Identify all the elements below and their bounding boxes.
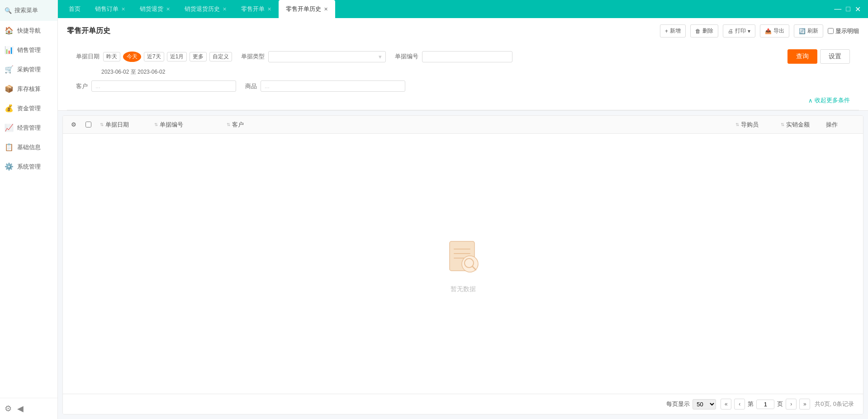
date-filter-label: 单据日期 (76, 52, 100, 61)
sidebar-item-operations[interactable]: 📈 经营管理 (0, 118, 57, 137)
th-amount[interactable]: ⇅ 实销金额 (777, 121, 822, 129)
add-icon: + (665, 28, 668, 34)
sidebar-item-sales-mgmt[interactable]: 📊 销售管理 (0, 40, 57, 60)
th-customer[interactable]: ⇅ 客户 (223, 121, 732, 129)
tab-sales-return-label: 销货退货 (140, 5, 163, 13)
page-title: 零售开单历史 (67, 26, 110, 36)
tab-retail-history-close[interactable]: ✕ (324, 6, 328, 12)
sidebar-item-system[interactable]: ⚙️ 系统管理 (0, 157, 57, 176)
sort-icon-no: ⇅ (154, 122, 158, 127)
sidebar-item-label: 采购管理 (17, 66, 41, 74)
settings-bottom-icon[interactable]: ⚙ (5, 404, 12, 414)
last7days-btn[interactable]: 近7天 (144, 52, 164, 61)
print-button[interactable]: 🖨 打印 ▾ (723, 24, 755, 38)
tabbar-close-icon[interactable]: ✕ (855, 5, 861, 14)
display-detail-label: 显示明细 (835, 27, 859, 35)
display-detail-toggle[interactable]: 显示明细 (828, 27, 859, 35)
tab-sales-order-close[interactable]: ✕ (121, 6, 125, 12)
custom-btn[interactable]: 自定义 (209, 52, 232, 61)
collapse-sidebar-icon[interactable]: ◀ (17, 404, 24, 414)
first-page-btn[interactable]: « (721, 399, 731, 410)
last-page-btn[interactable]: » (799, 399, 810, 410)
tab-sales-order[interactable]: 销售订单 ✕ (88, 0, 133, 18)
no-input[interactable] (422, 51, 512, 62)
sidebar-item-quick-nav[interactable]: 🏠 快捷导航 (0, 21, 57, 40)
finance-icon: 💰 (5, 104, 14, 113)
delete-button[interactable]: 🗑 删除 (690, 24, 718, 38)
th-no[interactable]: ⇅ 单据编号 (151, 121, 223, 129)
more-btn[interactable]: 更多 (190, 52, 207, 61)
export-icon: 📤 (765, 28, 772, 34)
sidebar-search[interactable]: 🔍 搜索菜单 (0, 0, 57, 21)
filter-row-3: 客户 ... 商品 ... (76, 80, 850, 92)
filter-no-item: 单据编号 (395, 51, 512, 62)
sidebar-item-basic-info[interactable]: 📋 基础信息 (0, 137, 57, 157)
date-range-display: 2023-06-02 至 2023-06-02 (101, 68, 165, 76)
next-page-btn[interactable]: › (786, 399, 797, 410)
goods-select[interactable]: ... (261, 80, 405, 92)
th-date[interactable]: ⇅ 单据日期 (96, 121, 151, 129)
table-area: ⚙ ⇅ 单据日期 ⇅ 单据编号 ⇅ 客户 ⇅ (62, 115, 863, 414)
page-input[interactable] (756, 400, 774, 409)
sidebar: 🔍 搜索菜单 🏠 快捷导航 📊 销售管理 🛒 采购管理 📦 库存核算 💰 资金管… (0, 0, 58, 419)
sidebar-item-purchase-mgmt[interactable]: 🛒 采购管理 (0, 60, 57, 79)
th-settings[interactable]: ⚙ (67, 121, 82, 128)
sidebar-item-label: 销售管理 (17, 46, 41, 54)
print-icon: 🖨 (728, 28, 733, 34)
print-dropdown-icon: ▾ (748, 28, 750, 34)
page-header: 零售开单历史 + 新增 🗑 删除 🖨 打印 ▾ (58, 18, 868, 111)
search-icon: 🔍 (5, 7, 12, 14)
yesterday-btn[interactable]: 昨天 (103, 52, 120, 61)
customer-select[interactable]: ... (91, 80, 236, 92)
th-customer-label: 客户 (232, 121, 244, 129)
tab-retail-history[interactable]: 零售开单历史 ✕ (279, 0, 335, 18)
sidebar-item-finance[interactable]: 💰 资金管理 (0, 99, 57, 118)
tab-retail-open[interactable]: 零售开单 ✕ (234, 0, 279, 18)
last1month-btn[interactable]: 近1月 (167, 52, 187, 61)
tab-home[interactable]: 首页 (62, 0, 88, 18)
tab-sales-return-close[interactable]: ✕ (166, 6, 170, 12)
tab-retail-open-label: 零售开单 (241, 5, 265, 13)
home-icon: 🏠 (5, 26, 14, 35)
filter-row-2: 2023-06-02 至 2023-06-02 (76, 68, 850, 76)
tabbar-minus-icon[interactable]: — (834, 5, 841, 14)
basic-info-icon: 📋 (5, 143, 14, 151)
sidebar-item-inventory[interactable]: 📦 库存核算 (0, 79, 57, 99)
column-settings-icon[interactable]: ⚙ (71, 121, 76, 128)
tabbar-maximize-icon[interactable]: □ (846, 5, 850, 14)
th-guide[interactable]: ⇅ 导购员 (732, 121, 777, 129)
tab-retail-open-close[interactable]: ✕ (267, 6, 271, 12)
th-date-label: 单据日期 (105, 121, 129, 129)
display-detail-checkbox[interactable] (828, 28, 834, 34)
page-title-bar: 零售开单历史 + 新增 🗑 删除 🖨 打印 ▾ (67, 24, 859, 38)
settings-button[interactable]: 设置 (820, 49, 850, 64)
select-all-checkbox[interactable] (85, 122, 91, 127)
type-filter-label: 单据类型 (241, 52, 265, 61)
delete-label: 删除 (702, 27, 713, 35)
th-action-label: 操作 (826, 121, 838, 129)
sort-icon-customer: ⇅ (227, 122, 230, 127)
today-btn[interactable]: 今天 (123, 52, 141, 62)
no-filter-label: 单据编号 (395, 52, 418, 61)
add-button[interactable]: + 新增 (660, 24, 686, 38)
th-checkbox[interactable] (82, 122, 96, 127)
filter-customer-item: 客户 ... (76, 80, 236, 92)
goods-dots: ... (265, 83, 270, 89)
refresh-button[interactable]: 🔄 刷新 (794, 24, 823, 38)
refresh-icon: 🔄 (799, 28, 806, 34)
table-header: ⚙ ⇅ 单据日期 ⇅ 单据编号 ⇅ 客户 ⇅ (63, 116, 863, 134)
sort-icon-date: ⇅ (100, 122, 104, 127)
export-button[interactable]: 📤 导出 (760, 24, 789, 38)
query-button[interactable]: 查询 (787, 49, 817, 64)
tab-sales-return[interactable]: 销货退货 ✕ (133, 0, 177, 18)
tab-sales-return-history-close[interactable]: ✕ (223, 6, 227, 12)
customer-filter-label: 客户 (76, 82, 88, 90)
type-select[interactable]: ▾ (268, 51, 386, 62)
collapse-button[interactable]: ∧ 收起更多条件 (808, 96, 850, 104)
purchase-icon: 🛒 (5, 65, 14, 74)
page-size-select: 每页显示 50 100 200 (666, 399, 716, 410)
sidebar-item-label: 系统管理 (17, 163, 41, 171)
tab-sales-return-history[interactable]: 销货退货历史 ✕ (177, 0, 234, 18)
prev-page-btn[interactable]: ‹ (734, 399, 745, 410)
per-page-select[interactable]: 50 100 200 (693, 399, 716, 410)
